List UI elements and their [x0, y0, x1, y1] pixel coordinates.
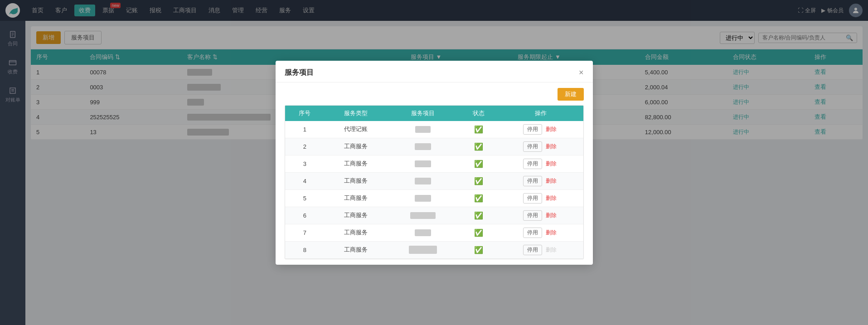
modal-cell-type: 工商服务 [325, 207, 387, 224]
stop-button[interactable]: 停用 [523, 245, 542, 255]
status-check-icon: ✅ [474, 194, 483, 202]
modal-col-type: 服务类型 [325, 106, 387, 121]
modal-table-row: 6 工商服务 ██████ ✅ 停用 删除 [285, 207, 583, 224]
modal-table-wrap: 序号 服务类型 服务项目 状态 操作 1 代理记账 ███1 ✅ 停用 删除 2… [285, 105, 584, 259]
modal-cell-seq: 6 [285, 207, 325, 224]
delete-button[interactable]: 删除 [544, 125, 558, 134]
delete-button[interactable]: 删除 [544, 194, 558, 203]
modal-col-status: 状态 [459, 106, 499, 121]
status-check-icon: ✅ [474, 229, 483, 237]
modal-table-row: 5 工商服务 ████ ✅ 停用 删除 [285, 189, 583, 207]
stop-button[interactable]: 停用 [523, 210, 542, 221]
modal-cell-seq: 1 [285, 121, 325, 138]
modal-cell-action: 停用 删除 [499, 155, 583, 172]
modal-cell-seq: 3 [285, 155, 325, 172]
modal-col-project: 服务项目 [387, 106, 459, 121]
modal-cell-type: 工商服务 [325, 155, 387, 172]
stop-button[interactable]: 停用 [523, 141, 542, 152]
stop-button[interactable]: 停用 [523, 124, 542, 135]
modal-table-row: 7 工商服务 ████ ✅ 停用 删除 [285, 224, 583, 241]
modal-cell-status: ✅ [459, 241, 499, 258]
delete-button[interactable]: 删除 [544, 176, 558, 186]
modal-table: 序号 服务类型 服务项目 状态 操作 1 代理记账 ███1 ✅ 停用 删除 2… [285, 106, 583, 259]
status-check-icon: ✅ [474, 212, 483, 219]
new-service-button[interactable]: 新建 [558, 88, 584, 101]
modal-cell-action: 停用 删除 [499, 224, 583, 241]
modal-cell-status: ✅ [459, 207, 499, 224]
modal-cell-project: ████注册 [387, 241, 459, 258]
modal-cell-action: 停用 删除 [499, 172, 583, 189]
modal-cell-status: ✅ [459, 189, 499, 207]
modal-cell-project: ████ [387, 155, 459, 172]
modal-cell-type: 工商服务 [325, 172, 387, 189]
stop-button[interactable]: 停用 [523, 176, 542, 186]
status-check-icon: ✅ [474, 177, 483, 185]
modal-cell-seq: 4 [285, 172, 325, 189]
status-check-icon: ✅ [474, 246, 483, 254]
delete-button: 删除 [544, 245, 558, 255]
modal-cell-status: ✅ [459, 121, 499, 138]
modal-table-row: 8 工商服务 ████注册 ✅ 停用 删除 [285, 241, 583, 258]
modal-header: 服务项目 × [276, 61, 593, 82]
modal-table-row: 3 工商服务 ████ ✅ 停用 删除 [285, 155, 583, 172]
modal-col-seq: 序号 [285, 106, 325, 121]
modal-table-row: 4 工商服务 ████ ✅ 停用 删除 [285, 172, 583, 189]
modal-cell-type: 工商服务 [325, 241, 387, 258]
modal-cell-project: ████ [387, 189, 459, 207]
modal-cell-seq: 7 [285, 224, 325, 241]
service-modal: 服务项目 × 新建 序号 服务类型 服务项目 状态 操作 [276, 61, 593, 265]
modal-cell-status: ✅ [459, 172, 499, 189]
modal-cell-project: ████ [387, 224, 459, 241]
modal-cell-project: ████ [387, 172, 459, 189]
modal-cell-action: 停用 删除 [499, 207, 583, 224]
modal-cell-action: 停用 删除 [499, 241, 583, 258]
delete-button[interactable]: 删除 [544, 159, 558, 169]
modal-cell-action: 停用 删除 [499, 121, 583, 138]
modal-cell-type: 代理记账 [325, 121, 387, 138]
modal-cell-action: 停用 删除 [499, 189, 583, 207]
modal-cell-status: ✅ [459, 224, 499, 241]
modal-close-button[interactable]: × [579, 68, 584, 77]
modal-overlay[interactable]: 服务项目 × 新建 序号 服务类型 服务项目 状态 操作 [0, 0, 868, 325]
status-check-icon: ✅ [474, 143, 483, 150]
modal-cell-project: ████ [387, 138, 459, 155]
modal-col-action: 操作 [499, 106, 583, 121]
modal-table-row: 2 工商服务 ████ ✅ 停用 删除 [285, 138, 583, 155]
modal-cell-project: ██████ [387, 207, 459, 224]
modal-cell-seq: 2 [285, 138, 325, 155]
modal-cell-project: ███1 [387, 121, 459, 138]
modal-title: 服务项目 [285, 68, 314, 78]
modal-cell-action: 停用 删除 [499, 138, 583, 155]
modal-cell-seq: 8 [285, 241, 325, 258]
modal-cell-status: ✅ [459, 138, 499, 155]
stop-button[interactable]: 停用 [523, 228, 542, 238]
modal-toolbar: 新建 [285, 88, 584, 101]
modal-body: 新建 序号 服务类型 服务项目 状态 操作 1 代理记账 [276, 82, 593, 265]
modal-cell-seq: 5 [285, 189, 325, 207]
stop-button[interactable]: 停用 [523, 159, 542, 169]
stop-button[interactable]: 停用 [523, 193, 542, 204]
modal-table-row: 1 代理记账 ███1 ✅ 停用 删除 [285, 121, 583, 138]
modal-cell-status: ✅ [459, 155, 499, 172]
modal-cell-type: 工商服务 [325, 189, 387, 207]
delete-button[interactable]: 删除 [544, 211, 558, 220]
delete-button[interactable]: 删除 [544, 142, 558, 151]
modal-cell-type: 工商服务 [325, 224, 387, 241]
status-check-icon: ✅ [474, 160, 483, 168]
modal-cell-type: 工商服务 [325, 138, 387, 155]
delete-button[interactable]: 删除 [544, 228, 558, 238]
status-check-icon: ✅ [474, 126, 483, 133]
